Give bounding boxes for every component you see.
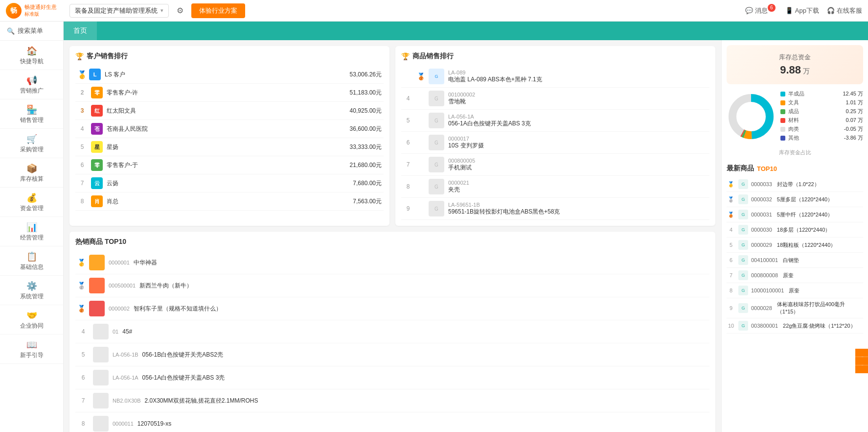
top-center: 装备及固定资产辅助管理系统 ▾ ⚙ 体验行业方案 (69, 3, 745, 18)
product-code: 0000017 (448, 136, 708, 142)
sidebar: 🔍 搜索菜单 🏠 快捷导航 📢 营销推广 🏪 销售管理 🛒 采购管理 📦 库存核… (0, 22, 64, 432)
sidebar-item-sales[interactable]: 🏪 销售管理 (0, 99, 63, 129)
product-code: 0000031 (751, 212, 772, 217)
list-item: 🥉 0000002 智利车子里（规格不知道填什么） (75, 297, 709, 320)
logo-area: 畅 畅捷通好生意 标准版 (6, 3, 69, 19)
sidebar-item-purchase[interactable]: 🛒 采购管理 (0, 129, 63, 158)
sidebar-item-base-info[interactable]: 📋 基础信息 (0, 246, 63, 276)
product-thumb: G (429, 113, 444, 128)
rank-number: 8 (403, 183, 413, 190)
trial-button[interactable]: 体验行业方案 (191, 3, 245, 18)
system-name: 装备及固定资产辅助管理系统 (75, 6, 158, 15)
inventory-total-label: 库存总资金 (734, 53, 855, 62)
avatar: 零 (91, 159, 103, 171)
product-code: 0000028 (751, 305, 772, 311)
legend-name: 文具 (788, 99, 843, 106)
rank-number: 5 (403, 117, 413, 124)
product-code: 0000033 (751, 181, 772, 187)
sidebar-item-system[interactable]: ⚙️ 系统管理 (0, 276, 63, 305)
product-code: 0000021 (448, 180, 708, 186)
product-thumb: G (738, 240, 748, 250)
avatar: 苍 (91, 123, 103, 135)
customer-hotline-button[interactable]: 客服热线 (855, 349, 868, 357)
product-thumb: G (738, 194, 748, 204)
table-row: 5 星 星扬 33,333.00元 (75, 138, 384, 156)
product-code: 000800005 (448, 158, 708, 164)
rank-number: 7 (77, 180, 87, 187)
product-name: 10S 变判罗摄 (448, 142, 708, 150)
sidebar-item-operations[interactable]: 📊 经营管理 (0, 217, 63, 246)
sidebar-item-cooperation[interactable]: 🤝 企业协同 (0, 305, 63, 335)
donut-section-label: 库存资金占比 (727, 149, 863, 156)
legend-name: 半成品 (788, 90, 840, 97)
legend-item: 材料 0.07 万 (780, 117, 863, 124)
product-thumb: G (738, 270, 748, 280)
rank-number: 8 (77, 198, 87, 205)
table-row: 4 G 001000002 雪地靴 (401, 88, 709, 110)
customer-service-button[interactable]: 🎧 在线客服 (827, 6, 862, 15)
medal-icon: 🥇 (77, 259, 85, 266)
rank-number: 8 (727, 288, 735, 293)
legend-color (780, 118, 785, 123)
product-thumb: G (738, 321, 748, 331)
product-thumb (93, 347, 109, 362)
logo-icon: 畅 (6, 3, 22, 19)
sidebar-item-quick-nav[interactable]: 🏠 快捷导航 (0, 41, 63, 70)
product-code: 0000032 (751, 196, 772, 202)
list-item: 4 01 45# (75, 320, 709, 343)
product-thumb: G (429, 201, 444, 216)
sidebar-item-guide[interactable]: 📖 新手引导 (0, 335, 63, 364)
settings-icon[interactable]: ⚙ (173, 3, 187, 18)
system-selector[interactable]: 装备及固定资产辅助管理系统 ▾ (69, 4, 169, 18)
app-download-button[interactable]: 📱 App下载 (785, 6, 819, 15)
hot-products-card: 热销商品 TOP10 🥇 0000001 中华神器 🥈 0005000 (69, 232, 715, 432)
sidebar-item-marketing[interactable]: 📢 营销推广 (0, 70, 63, 99)
list-item: 🥉 G 0000031 5厘中纤（1220*2440） (727, 207, 863, 222)
home-icon: 🏠 (26, 47, 37, 55)
product-code: LA-056-1A (113, 375, 138, 381)
service-community-button[interactable]: 服务社区 (855, 357, 868, 365)
product-thumb: G (738, 225, 748, 235)
product-code: LA-59651-1B (448, 202, 708, 208)
product-sale-ranking-title: 🏆 商品销售排行 (401, 52, 709, 61)
search-menu-button[interactable]: 🔍 搜索菜单 (0, 22, 63, 41)
message-badge: 6 (768, 4, 776, 12)
live-stream-button[interactable]: 直播 (855, 365, 868, 373)
product-code: NB2.0X30B (113, 398, 140, 404)
medal-icon: 🥇 (77, 70, 85, 79)
customer-amount: 33,333.00元 (350, 143, 382, 151)
rank-number: 7 (403, 161, 413, 168)
product-name: 45# (122, 328, 132, 335)
product-code: 0000002 (109, 306, 130, 312)
list-item: 6 G 004100001 白钢垫 (727, 253, 863, 268)
product-code: 10000100001 (751, 288, 784, 293)
guide-icon: 📖 (26, 340, 37, 349)
inventory-icon: 📦 (26, 164, 37, 173)
tab-home[interactable]: 首页 (64, 22, 97, 40)
product-name: 白钢垫 (783, 257, 799, 264)
customer-name: 零售客户-于 (107, 161, 346, 169)
legend-value: 0.25 万 (846, 108, 863, 115)
sidebar-item-finance[interactable]: 💰 资金管理 (0, 188, 63, 217)
sidebar-item-inventory[interactable]: 📦 库存核算 (0, 158, 63, 188)
product-name: 新西兰牛肉（新牛） (139, 282, 192, 290)
customer-amount: 7,563.00元 (353, 197, 382, 206)
product-code: 0000030 (751, 227, 772, 233)
customer-amount: 36,600.00元 (350, 125, 382, 133)
list-item: 10 G 003800001 22g鱼豆腐·烧烤味（1*12*20） (727, 318, 863, 334)
operations-icon: 📊 (26, 223, 37, 232)
dashboard: 🏆 客户销售排行 🥇 L LS 客户 53,006.26元 2 (64, 40, 868, 432)
medal-icon: 🥈 (77, 282, 85, 289)
list-item: 4 G 0000030 18多层（1220*2440） (727, 222, 863, 238)
product-name: 056-1A白色按键开关盖ABS 3克 (448, 120, 708, 128)
rank-number: 4 (403, 95, 413, 102)
customer-name: 肖总 (107, 197, 349, 206)
customer-name: 云扬 (107, 179, 349, 188)
top-right-actions: 💬 消息 6 📱 App下载 🎧 在线客服 (745, 6, 862, 15)
message-button[interactable]: 💬 消息 6 (745, 6, 777, 15)
product-code: LA-056-1B (113, 352, 138, 358)
list-item: 8 0000011 12070519-xs (75, 412, 709, 432)
product-code: 003800001 (751, 323, 778, 329)
customer-amount: 51,183.00元 (350, 89, 382, 97)
product-info: 000800005 手机测试 (448, 158, 708, 172)
